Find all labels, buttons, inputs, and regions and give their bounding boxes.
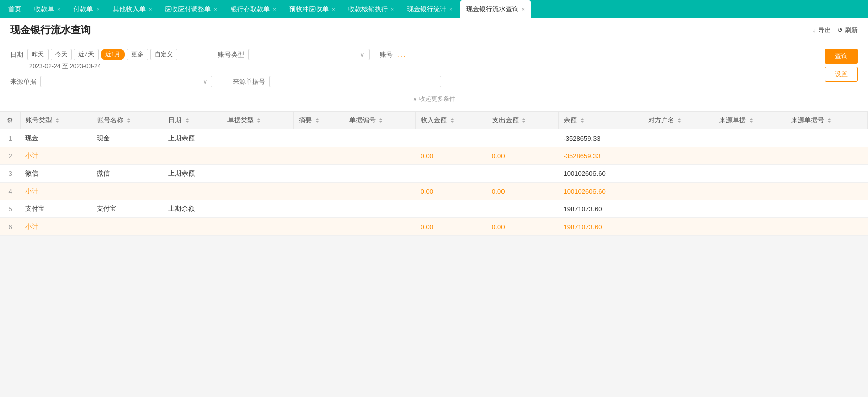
nav-tab-6[interactable]: 收款核销执行 × xyxy=(342,0,400,18)
close-tab-2[interactable]: × xyxy=(149,6,152,12)
account-filter: 账号 ... xyxy=(380,50,406,59)
cell-income xyxy=(416,165,487,183)
account-dots[interactable]: ... xyxy=(397,50,406,59)
nav-tab-5[interactable]: 预收冲应收单 × xyxy=(283,0,341,18)
cell-idx: 2 xyxy=(0,147,20,165)
cell-counterpart xyxy=(643,183,714,200)
nav-tab-7[interactable]: 现金银行统计 × xyxy=(401,0,459,18)
sort-icon-account-name[interactable] xyxy=(127,118,131,123)
sort-icon-balance[interactable] xyxy=(580,118,584,123)
cell-summary xyxy=(294,147,344,165)
top-nav: 首页 收款单 × 付款单 × 其他收入单 × 应收应付调整单 × 银行存取款单 … xyxy=(0,0,868,18)
nav-tab-8[interactable]: 现金银行流水查询 × xyxy=(460,0,531,18)
col-account-name: 账号名称 xyxy=(92,112,163,129)
cell-source-doc xyxy=(714,147,786,165)
table-container: ⚙ 账号类型 账号名称 日期 xyxy=(0,112,868,236)
cell-doc-no xyxy=(344,200,415,218)
close-tab-0[interactable]: × xyxy=(57,6,60,12)
col-gear[interactable]: ⚙ xyxy=(0,112,20,129)
sort-icon-account-type[interactable] xyxy=(55,118,59,123)
close-tab-3[interactable]: × xyxy=(214,6,217,12)
query-button[interactable]: 查询 xyxy=(825,49,858,64)
close-tab-8[interactable]: × xyxy=(522,6,525,12)
export-button[interactable]: ↓ 导出 xyxy=(813,26,832,35)
close-tab-5[interactable]: × xyxy=(332,6,335,12)
date-btn-today[interactable]: 今天 xyxy=(51,49,72,60)
nav-tab-4[interactable]: 银行存取款单 × xyxy=(224,0,282,18)
date-btn-7days[interactable]: 近7天 xyxy=(74,49,99,60)
collapse-label: 收起更多条件 xyxy=(419,95,455,103)
cell-account-type: 现金 xyxy=(20,129,92,147)
cell-income xyxy=(416,129,487,147)
account-type-filter: 账号类型 ∨ xyxy=(218,49,370,60)
cell-idx: 3 xyxy=(0,165,20,183)
cell-account-name: 支付宝 xyxy=(92,200,163,218)
cell-doc-no xyxy=(344,147,415,165)
cell-expense: 0.00 xyxy=(487,147,558,165)
cell-balance: 19871073.60 xyxy=(559,218,643,236)
collapse-bar[interactable]: ∧ 收起更多条件 xyxy=(10,93,858,105)
col-expense: 支出金额 xyxy=(487,112,558,129)
cell-doc-type xyxy=(222,183,293,200)
sort-icon-summary[interactable] xyxy=(315,118,319,123)
sort-icon-date[interactable] xyxy=(185,118,189,123)
source-doc-no-input[interactable] xyxy=(269,76,441,87)
source-doc-chevron-icon: ∨ xyxy=(203,78,208,85)
cell-source-doc xyxy=(714,129,786,147)
sort-icon-source-doc-no[interactable] xyxy=(827,118,831,123)
cell-date xyxy=(163,147,222,165)
sort-icon-expense[interactable] xyxy=(522,118,526,123)
cell-source-doc xyxy=(714,200,786,218)
filter-row-2: 来源单据 ∨ 来源单据号 xyxy=(10,76,814,87)
table-row: 4小计0.000.00100102606.60 xyxy=(0,183,868,200)
sort-icon-source-doc[interactable] xyxy=(749,118,753,123)
sort-icon-doc-no[interactable] xyxy=(379,118,383,123)
cell-expense: 0.00 xyxy=(487,218,558,236)
gear-icon[interactable]: ⚙ xyxy=(7,116,13,124)
cell-expense: 0.00 xyxy=(487,183,558,200)
source-doc-select[interactable]: ∨ xyxy=(40,76,212,87)
sort-icon-income[interactable] xyxy=(450,118,454,123)
cell-summary xyxy=(294,218,344,236)
data-table: ⚙ 账号类型 账号名称 日期 xyxy=(0,112,868,236)
filter-area: 日期 昨天 今天 近7天 近1月 更多 自定义 账号类型 ∨ xyxy=(0,42,868,112)
nav-tab-2[interactable]: 其他收入单 × xyxy=(107,0,158,18)
cell-balance: -3528659.33 xyxy=(559,147,643,165)
nav-home[interactable]: 首页 xyxy=(2,5,27,14)
col-source-doc: 来源单据 xyxy=(714,112,786,129)
close-tab-4[interactable]: × xyxy=(273,6,276,12)
close-tab-1[interactable]: × xyxy=(96,6,99,12)
date-options: 昨天 今天 近7天 近1月 更多 自定义 xyxy=(27,49,177,60)
cell-income xyxy=(416,200,487,218)
settings-button[interactable]: 设置 xyxy=(825,67,858,82)
cell-source-doc xyxy=(714,183,786,200)
nav-tab-0[interactable]: 收款单 × xyxy=(28,0,66,18)
date-btn-yesterday[interactable]: 昨天 xyxy=(27,49,49,60)
date-btn-more[interactable]: 更多 xyxy=(127,49,148,60)
sort-icon-doc-type[interactable] xyxy=(257,118,261,123)
cell-date: 上期余额 xyxy=(163,129,222,147)
nav-tab-3[interactable]: 应收应付调整单 × xyxy=(159,0,223,18)
cell-summary xyxy=(294,129,344,147)
close-tab-6[interactable]: × xyxy=(391,6,394,12)
date-btn-1month[interactable]: 近1月 xyxy=(101,49,125,60)
cell-summary xyxy=(294,200,344,218)
filter-row-1: 日期 昨天 今天 近7天 近1月 更多 自定义 账号类型 ∨ xyxy=(10,49,814,60)
table-row: 5支付宝支付宝上期余额19871073.60 xyxy=(0,200,868,218)
close-tab-7[interactable]: × xyxy=(449,6,452,12)
account-type-select[interactable]: ∨ xyxy=(248,49,370,60)
col-income: 收入金额 xyxy=(416,112,487,129)
cell-counterpart xyxy=(643,165,714,183)
cell-account-name: 现金 xyxy=(92,129,163,147)
source-doc-label: 来源单据 xyxy=(10,77,36,86)
cell-expense xyxy=(487,165,558,183)
col-balance: 余额 xyxy=(559,112,643,129)
sort-icon-counterpart[interactable] xyxy=(677,118,681,123)
cell-counterpart xyxy=(643,129,714,147)
date-btn-custom[interactable]: 自定义 xyxy=(150,49,177,60)
col-date: 日期 xyxy=(163,112,222,129)
nav-tab-1[interactable]: 付款单 × xyxy=(67,0,105,18)
refresh-button[interactable]: ↺ 刷新 xyxy=(837,26,858,35)
cell-account-type: 小计 xyxy=(20,218,92,236)
cell-source-doc-no xyxy=(786,183,868,200)
